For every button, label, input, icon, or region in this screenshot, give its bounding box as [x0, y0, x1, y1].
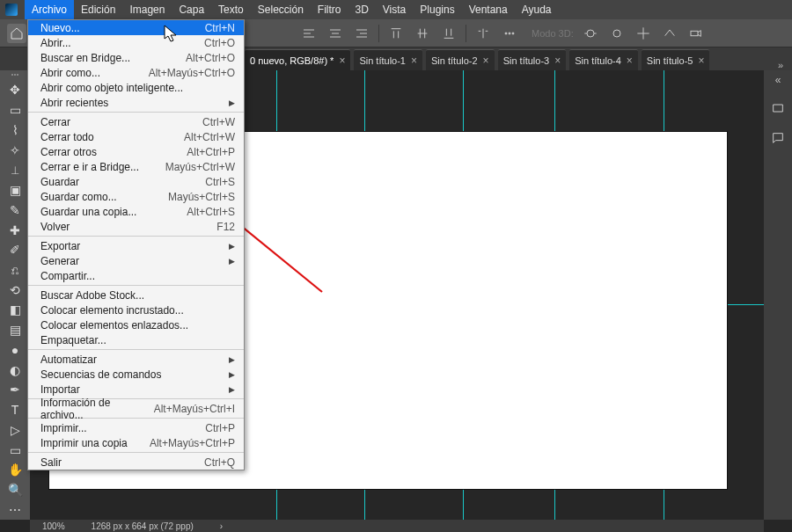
dodge-tool[interactable]: ◐ [2, 360, 28, 380]
tab-doc-5[interactable]: Sin título-5× [642, 49, 710, 70]
brush-tool[interactable]: ✐ [2, 240, 28, 260]
marquee-tool[interactable]: ▭ [2, 100, 28, 120]
menu-item[interactable]: Generar▶ [28, 253, 244, 268]
svg-rect-5 [691, 31, 698, 35]
pen-tool[interactable]: ✒ [2, 380, 28, 400]
menu-item[interactable]: Importar▶ [28, 382, 244, 397]
menu-edicion[interactable]: Edición [74, 0, 122, 19]
menu-item[interactable]: Secuencias de comandos▶ [28, 367, 244, 382]
home-button[interactable] [7, 24, 26, 43]
move-tool[interactable]: ✥ [2, 80, 28, 100]
zoom-level[interactable]: 100% [42, 521, 65, 531]
menu-archivo[interactable]: Archivo [25, 0, 74, 19]
close-icon[interactable]: × [411, 55, 417, 67]
menu-item[interactable]: Buscar Adobe Stock... [28, 288, 244, 302]
menu-item[interactable]: Colocar elementos enlazados... [28, 317, 244, 332]
path-select-tool[interactable]: ▷ [2, 419, 28, 440]
menu-item[interactable]: Automatizar▶ [28, 352, 244, 367]
svg-point-0 [505, 33, 507, 34]
menu-item[interactable]: Colocar elemento incrustado... [28, 302, 244, 317]
menu-item[interactable]: SalirCtrl+Q [28, 455, 244, 470]
healing-tool[interactable]: ✚ [2, 220, 28, 240]
submenu-arrow-icon: ▶ [229, 98, 235, 107]
notifications-icon[interactable] [769, 100, 787, 116]
dist-hor-icon[interactable] [473, 24, 493, 43]
dist-bottom-icon[interactable] [439, 24, 458, 43]
menu-item[interactable]: GuardarCtrl+S [28, 174, 244, 189]
close-icon[interactable]: × [627, 55, 633, 67]
menu-shortcut: Alt+Ctrl+O [186, 52, 235, 64]
align-center-icon[interactable] [326, 24, 345, 43]
menu-item[interactable]: Exportar▶ [28, 238, 244, 253]
menu-item[interactable]: Abrir como...Alt+Mayús+Ctrl+O [28, 65, 244, 80]
menu-seleccion[interactable]: Selección [251, 0, 311, 19]
menu-capa[interactable]: Capa [172, 0, 211, 19]
menu-item[interactable]: Cerrar todoAlt+Ctrl+W [28, 129, 244, 144]
panel-grip-icon[interactable] [11, 74, 18, 80]
menu-item[interactable]: CerrarCtrl+W [28, 114, 244, 129]
chevron-right-icon[interactable]: › [220, 521, 223, 531]
frame-tool[interactable]: ▣ [2, 180, 28, 200]
menu-plugins[interactable]: Plugins [413, 0, 461, 19]
menu-texto[interactable]: Texto [211, 0, 251, 19]
slide3d-icon[interactable] [660, 24, 679, 43]
dist-middle-icon[interactable] [413, 24, 432, 43]
menu-item[interactable]: Abrir como objeto inteligente... [28, 80, 244, 95]
menu-item[interactable]: VolverF12 [28, 219, 244, 234]
menu-filtro[interactable]: Filtro [311, 0, 348, 19]
menu-item[interactable]: Guardar como...Mayús+Ctrl+S [28, 189, 244, 204]
menu-item[interactable]: Buscar en Bridge...Alt+Ctrl+O [28, 50, 244, 65]
zoom-tool[interactable]: 🔍 [2, 480, 28, 500]
menu-item[interactable]: Imprimir...Ctrl+P [28, 420, 244, 435]
gradient-tool[interactable]: ▤ [2, 320, 28, 340]
orbit-icon[interactable] [581, 24, 600, 43]
more-icon[interactable] [500, 24, 519, 43]
align-left-icon[interactable] [299, 24, 319, 43]
collapse-panels-icon[interactable]: « [775, 74, 781, 86]
menu-imagen[interactable]: Imagen [122, 0, 172, 19]
stamp-tool[interactable]: ⎌ [2, 260, 28, 281]
eyedropper-tool[interactable]: ✎ [2, 200, 28, 220]
wand-tool[interactable]: ✧ [2, 140, 28, 160]
menu-item[interactable]: Información de archivo...Alt+Mayús+Ctrl+… [28, 401, 244, 416]
submenu-arrow-icon: ▶ [229, 242, 235, 251]
menu-item[interactable]: Nuevo...Ctrl+N [28, 20, 244, 35]
menu-ayuda[interactable]: Ayuda [515, 0, 559, 19]
tab-doc-1[interactable]: Sin título-1× [354, 49, 422, 70]
dist-top-icon[interactable] [386, 24, 406, 43]
close-icon[interactable]: × [339, 55, 345, 67]
pan3d-icon[interactable] [607, 24, 627, 43]
tab-doc-2[interactable]: Sin título-2× [426, 49, 495, 70]
crop-tool[interactable]: ⟂ [2, 160, 28, 180]
comments-icon[interactable] [769, 130, 787, 146]
tab-overflow-icon[interactable]: » [769, 60, 792, 70]
history-brush-tool[interactable]: ⟲ [2, 280, 28, 300]
tab-doc-3[interactable]: Sin título-3× [498, 49, 567, 70]
edit-toolbar-icon[interactable]: ⋯ [2, 499, 28, 520]
close-icon[interactable]: × [483, 55, 489, 67]
menu-ventana[interactable]: Ventana [462, 0, 515, 19]
align-right-icon[interactable] [352, 24, 371, 43]
shape-tool[interactable]: ▭ [2, 440, 28, 460]
menu-item[interactable]: Guardar una copia...Alt+Ctrl+S [28, 204, 244, 219]
tab-doc-0[interactable]: 0 nuevo, RGB/8#) *× [245, 49, 350, 70]
tab-doc-4[interactable]: Sin título-4× [569, 49, 638, 70]
camera-icon[interactable] [686, 24, 706, 43]
menu-item[interactable]: Compartir... [28, 268, 244, 283]
blur-tool[interactable]: ● [2, 340, 28, 361]
menu-item[interactable]: Abrir recientes▶ [28, 95, 244, 110]
menu-vista[interactable]: Vista [376, 0, 413, 19]
close-icon[interactable]: × [554, 55, 561, 67]
menu-item[interactable]: Empaquetar... [28, 332, 244, 347]
menu-item[interactable]: Abrir...Ctrl+O [28, 35, 244, 50]
eraser-tool[interactable]: ◧ [2, 300, 28, 320]
move3d-icon[interactable] [634, 24, 653, 43]
type-tool[interactable]: T [2, 400, 28, 420]
close-icon[interactable]: × [698, 55, 704, 67]
menu-item[interactable]: Cerrar otrosAlt+Ctrl+P [28, 144, 244, 159]
hand-tool[interactable]: ✋ [2, 460, 28, 480]
menu-item[interactable]: Imprimir una copiaAlt+Mayús+Ctrl+P [28, 435, 244, 450]
menu-item[interactable]: Cerrar e ir a Bridge...Mayús+Ctrl+W [28, 159, 244, 174]
lasso-tool[interactable]: ⌇ [2, 120, 28, 140]
menu-3d[interactable]: 3D [348, 0, 375, 19]
